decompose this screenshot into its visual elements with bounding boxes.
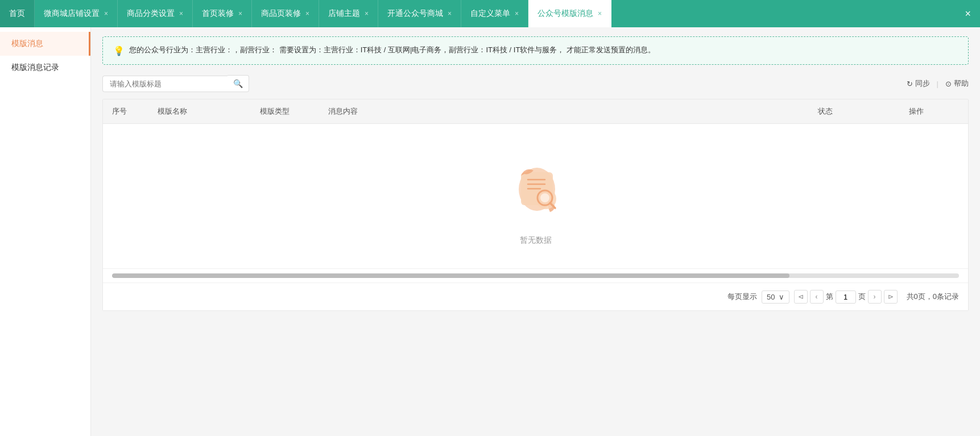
nav-tab-product-decor[interactable]: 商品页装修 × xyxy=(252,0,319,27)
close-all-button[interactable]: × xyxy=(956,8,980,20)
search-bar: 🔍 ↻ 同步 | ⊙ 帮助 xyxy=(102,75,969,92)
nav-tab-micro-shop[interactable]: 微商城店铺设置 × xyxy=(35,0,118,27)
last-page-button[interactable]: ⊳ xyxy=(884,290,898,304)
prev-page-button[interactable]: ‹ xyxy=(810,290,824,304)
lightbulb-icon: 💡 xyxy=(113,45,125,56)
search-button[interactable]: 🔍 xyxy=(228,75,249,92)
main-content: 💡 您的公众号行业为：主营行业：，副营行业： 需要设置为：主营行业：IT科技 /… xyxy=(91,27,980,436)
table-header: 序号 模版名称 模版类型 消息内容 状态 操作 xyxy=(103,99,968,124)
nav-tab-label: 商品页装修 xyxy=(261,9,301,19)
sync-label: 同步 xyxy=(915,78,930,89)
close-icon[interactable]: × xyxy=(238,10,242,18)
page-size-label: 每页显示 xyxy=(727,292,757,302)
nav-tab-label: 开通公众号商城 xyxy=(387,9,443,19)
empty-icon xyxy=(502,158,570,226)
chevron-down-icon: ∨ xyxy=(779,293,784,301)
col-content: 消息内容 xyxy=(319,99,809,123)
nav-tab-template-msg[interactable]: 公众号模版消息 × xyxy=(528,0,611,27)
nav-tab-custom-menu[interactable]: 自定义菜单 × xyxy=(461,0,528,27)
nav-tab-label: 首页装修 xyxy=(202,9,234,19)
nav-tab-label: 公众号模版消息 xyxy=(537,9,593,19)
data-table: 序号 模版名称 模版类型 消息内容 状态 操作 xyxy=(102,99,969,311)
first-page-button[interactable]: ⊲ xyxy=(794,290,808,304)
close-icon[interactable]: × xyxy=(179,10,183,18)
page-size-value: 50 xyxy=(767,293,775,301)
close-icon[interactable]: × xyxy=(305,10,309,18)
sidebar-item-template-msg[interactable]: 模版消息 xyxy=(0,32,90,56)
help-icon: ⊙ xyxy=(945,80,952,88)
svg-point-8 xyxy=(540,193,549,202)
page-unit: 页 xyxy=(858,292,866,302)
nav-tab-label: 微商城店铺设置 xyxy=(44,9,100,19)
empty-illustration xyxy=(502,158,570,226)
close-icon[interactable]: × xyxy=(365,10,369,18)
col-status: 状态 xyxy=(809,99,900,123)
close-icon[interactable]: × xyxy=(598,10,602,18)
nav-tab-label: 店铺主题 xyxy=(328,9,360,19)
scrollbar-thumb xyxy=(112,273,789,278)
page-navigation: ⊲ ‹ 第 页 › ⊳ xyxy=(794,290,898,304)
nav-tab-label: 商品分类设置 xyxy=(127,9,175,19)
empty-text: 暂无数据 xyxy=(520,235,552,246)
close-icon[interactable]: × xyxy=(448,10,452,18)
next-page-button[interactable]: › xyxy=(868,290,882,304)
search-icon: 🔍 xyxy=(233,79,243,88)
search-left: 🔍 xyxy=(102,75,249,92)
page-number-input[interactable] xyxy=(836,290,856,304)
sidebar-item-label: 模版消息 xyxy=(11,39,43,48)
sidebar: 模版消息 模版消息记录 xyxy=(0,27,91,436)
nav-tab-product-category[interactable]: 商品分类设置 × xyxy=(118,0,193,27)
top-navigation: 首页 微商城店铺设置 × 商品分类设置 × 首页装修 × 商品页装修 × 店铺主… xyxy=(0,0,980,27)
nav-tab-home-decor[interactable]: 首页装修 × xyxy=(193,0,252,27)
search-right: ↻ 同步 | ⊙ 帮助 xyxy=(907,78,969,89)
nav-tab-label: 首页 xyxy=(9,9,25,19)
nav-tab-shop-theme[interactable]: 店铺主题 × xyxy=(319,0,378,27)
scrollbar-track xyxy=(112,273,959,278)
nav-tab-home[interactable]: 首页 xyxy=(0,0,35,27)
nav-tab-open-wechat[interactable]: 开通公众号商城 × xyxy=(378,0,461,27)
sidebar-item-template-record[interactable]: 模版消息记录 xyxy=(0,56,90,80)
refresh-icon: ↻ xyxy=(907,80,913,88)
sidebar-item-label: 模版消息记录 xyxy=(11,63,59,72)
page-size-selector[interactable]: 50 ∨ xyxy=(762,290,789,304)
pagination: 每页显示 50 ∨ ⊲ ‹ 第 页 › ⊳ 共0页，0条记录 xyxy=(103,283,968,310)
total-count: 共0页，0条记录 xyxy=(907,292,959,302)
empty-state: 暂无数据 xyxy=(103,124,968,268)
horizontal-scrollbar[interactable] xyxy=(103,268,968,283)
notice-text: 您的公众号行业为：主营行业：，副营行业： 需要设置为：主营行业：IT科技 / 互… xyxy=(129,45,655,55)
col-action: 操作 xyxy=(900,99,968,123)
col-type: 模版类型 xyxy=(251,99,319,123)
page-label: 第 xyxy=(826,292,833,302)
sync-button[interactable]: ↻ 同步 xyxy=(907,78,930,89)
help-label: 帮助 xyxy=(954,78,969,89)
col-name: 模版名称 xyxy=(148,99,251,123)
close-icon[interactable]: × xyxy=(104,10,108,18)
notice-box: 💡 您的公众号行业为：主营行业：，副营行业： 需要设置为：主营行业：IT科技 /… xyxy=(102,36,969,65)
page-layout: 模版消息 模版消息记录 💡 您的公众号行业为：主营行业：，副营行业： 需要设置为… xyxy=(0,27,980,436)
close-icon[interactable]: × xyxy=(515,10,519,18)
col-index: 序号 xyxy=(103,99,148,123)
search-input[interactable] xyxy=(102,76,228,92)
help-button[interactable]: ⊙ 帮助 xyxy=(945,78,969,89)
divider: | xyxy=(937,80,938,88)
nav-tab-label: 自定义菜单 xyxy=(470,9,510,19)
